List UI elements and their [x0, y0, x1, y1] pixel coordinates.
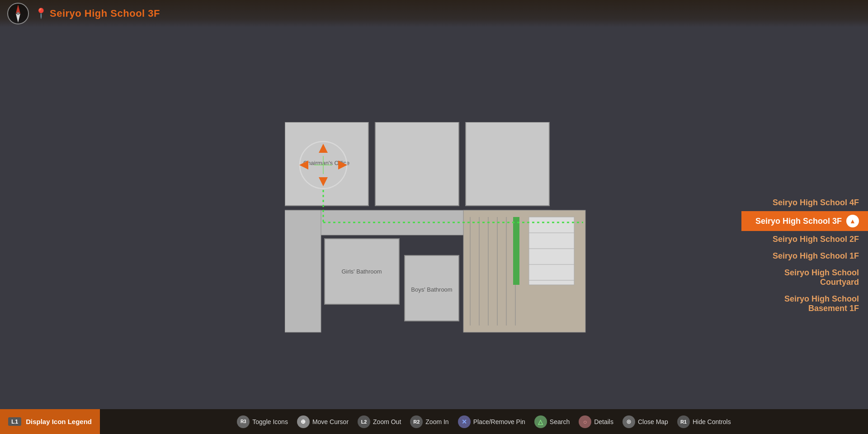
place-pin-control: ✕ Place/Remove Pin — [458, 415, 525, 428]
boys-bath-label: Boys' Bathroom — [411, 286, 452, 293]
svg-rect-17 — [285, 210, 321, 332]
zoom-in-label: Zoom In — [425, 418, 448, 425]
compass-icon — [7, 2, 29, 25]
zoom-out-label: Zoom Out — [373, 418, 401, 425]
toggle-icons-control: R3 Toggle Icons — [237, 415, 288, 428]
circle-key: ○ — [579, 415, 591, 428]
floor-2f[interactable]: Seiryo High School 2F — [741, 231, 868, 248]
search-control[interactable]: △ Search — [534, 415, 570, 428]
triangle-key: △ — [534, 415, 547, 428]
floor-3f[interactable]: Seiryo High School 3F ▲ — [741, 211, 868, 231]
l-key: ⊕ — [297, 415, 310, 428]
legend-label: Display Icon Legend — [26, 418, 92, 425]
active-floor-icon: ▲ — [846, 215, 859, 227]
details-control: ○ Details — [579, 415, 613, 428]
room-middle-top — [375, 122, 459, 206]
r3-key: R3 — [237, 415, 250, 428]
display-icon-legend-btn[interactable]: L1 Display Icon Legend — [0, 409, 100, 434]
r1-key: R1 — [677, 415, 690, 428]
toggle-icons-label: Toggle Icons — [252, 418, 288, 425]
l1-key: L1 — [8, 417, 21, 426]
room-right-top — [466, 122, 549, 206]
location-name: Seiryo High School 3F — [50, 8, 160, 19]
svg-rect-12 — [529, 217, 574, 285]
svg-rect-11 — [513, 217, 519, 285]
floor-1f[interactable]: Seiryo High School 1F — [741, 248, 868, 264]
search-label: Search — [550, 418, 570, 425]
r2-key: R2 — [410, 415, 423, 428]
zoom-out-control: L2 Zoom Out — [358, 415, 401, 428]
move-cursor-label: Move Cursor — [312, 418, 349, 425]
floor-selector: Seiryo High School 4F Seiryo High School… — [741, 194, 868, 317]
floor-basement1f[interactable]: Seiryo High School Basement 1F — [741, 291, 868, 317]
place-pin-label: Place/Remove Pin — [473, 418, 525, 425]
floor-plan-svg: Chairman's Office Girls' Bathroom Boys' … — [285, 122, 601, 357]
girls-bath-label: Girls' Bathroom — [341, 268, 382, 275]
floor-courtyard[interactable]: Seiryo High School Courtyard — [741, 264, 868, 291]
x-key: ✕ — [458, 415, 471, 428]
close-key: ◎ — [623, 415, 635, 428]
details-label: Details — [594, 418, 613, 425]
top-bar: 📍 Seiryo High School 3F — [0, 0, 868, 27]
move-cursor-control: ⊕ Move Cursor — [297, 415, 349, 428]
hide-controls-label: Hide Controls — [693, 418, 731, 425]
zoom-in-control: R2 Zoom In — [410, 415, 448, 428]
svg-point-4 — [17, 12, 19, 15]
hide-controls-control: R1 Hide Controls — [677, 415, 731, 428]
location-pin-icon: 📍 — [35, 8, 47, 19]
controls-row: R3 Toggle Icons ⊕ Move Cursor L2 Zoom Ou… — [100, 415, 868, 428]
close-map-control: ◎ Close Map — [623, 415, 668, 428]
bottom-bar: L1 Display Icon Legend R3 Toggle Icons ⊕… — [0, 409, 868, 434]
l2-key: L2 — [358, 415, 370, 428]
floor-4f[interactable]: Seiryo High School 4F — [741, 194, 868, 211]
close-map-label: Close Map — [638, 418, 668, 425]
